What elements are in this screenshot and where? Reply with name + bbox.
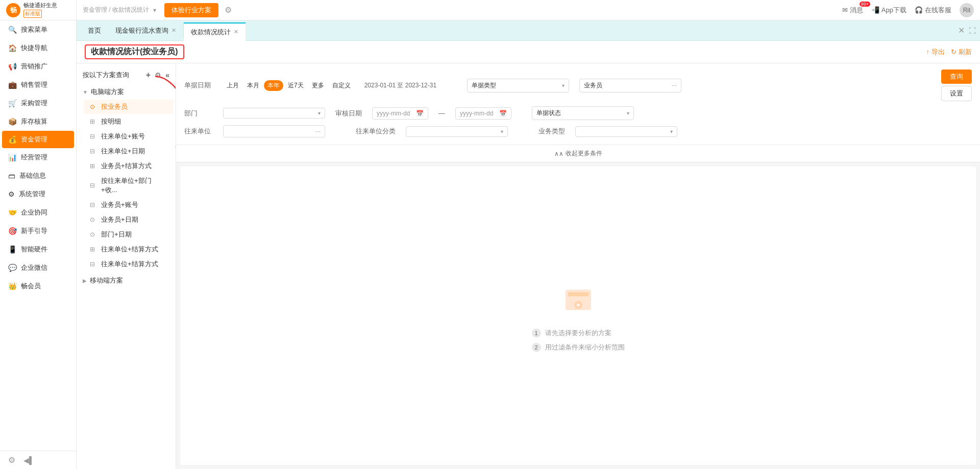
- tab-home[interactable]: 首页: [81, 22, 108, 39]
- filter-area: 单据日期 上月 本月 本年 近7天 更多 自定义 2023-01-01 至 20…: [176, 63, 980, 145]
- sidebar-item-finance[interactable]: 💰 资金管理: [2, 131, 74, 148]
- panel-header-label: 按以下方案查询: [83, 71, 129, 80]
- sidebar-item-sales[interactable]: 💼 销售管理: [0, 76, 76, 94]
- settings-btn[interactable]: 设置: [941, 86, 972, 101]
- item-label: 业务员+账号: [101, 200, 138, 209]
- counterpart-label: 往来单位: [184, 127, 213, 136]
- sidebar-item-label: 采购管理: [21, 99, 47, 108]
- tree-item-unit-acct[interactable]: ⊟ 往来单位+账号: [84, 129, 174, 144]
- export-btn[interactable]: ↑ 导出: [926, 48, 945, 57]
- close-window-btn[interactable]: ✕: [958, 26, 965, 35]
- doc-status-label: 单据状态: [536, 109, 561, 118]
- audit-date-start[interactable]: yyyy-mm-dd 📅: [372, 107, 428, 120]
- date-tab-this-month[interactable]: 本月: [243, 80, 263, 91]
- more-dots[interactable]: ···: [672, 82, 677, 89]
- tree-item-sales-acct[interactable]: ⊟ 业务员+账号: [84, 198, 174, 212]
- mobile-section-header[interactable]: ▶ 移动端方案: [77, 273, 176, 288]
- tab-receipt[interactable]: 收款情况统计 ✕: [184, 22, 246, 41]
- item-label: 往来单位+账号: [101, 132, 145, 141]
- salesperson-select[interactable]: 业务员 ···: [579, 79, 681, 92]
- sidebar-item-enterprise[interactable]: 🤝 企业协同: [0, 203, 76, 222]
- tree-item-unit-dept[interactable]: ⊟ 按往来单位+部门+收...: [84, 174, 174, 197]
- page-header: 收款情况统计(按业务员) ↑ 导出 ↻ 刷新: [77, 41, 980, 63]
- tab-bank[interactable]: 现金银行流水查询 ✕: [108, 22, 184, 39]
- audit-date-end[interactable]: yyyy-mm-dd 📅: [455, 107, 511, 120]
- tree-item-dept-date[interactable]: ⊙ 部门+日期: [84, 227, 174, 242]
- expand-icon[interactable]: ◀▌: [23, 456, 34, 464]
- filter-row-3: 往来单位 ··· 往来单位分类 ▾ 业务类型 ▾: [184, 125, 972, 137]
- trial-btn[interactable]: 体验行业方案: [164, 3, 218, 17]
- maximize-btn[interactable]: ⛶: [969, 27, 976, 35]
- sidebar-item-search[interactable]: 🔍 搜索菜单: [0, 20, 76, 39]
- panel-header: 按以下方案查询 + ⚙ «: [77, 67, 176, 83]
- sidebar-item-member[interactable]: 👑 畅会员: [0, 277, 76, 295]
- sidebar-item-guide[interactable]: 🎯 新手引导: [0, 222, 76, 240]
- desktop-section-header[interactable]: ▼ 电脑端方案: [77, 85, 176, 99]
- online-service-btn[interactable]: 🎧 在线客服: [915, 6, 951, 15]
- refresh-btn[interactable]: ↻ 刷新: [951, 48, 972, 57]
- tree-item-detail[interactable]: ⊞ 按明细: [84, 114, 174, 129]
- dept-select[interactable]: ▾: [223, 108, 325, 119]
- sidebar-item-basic[interactable]: 🗃 基础信息: [0, 167, 76, 185]
- message-icon: ✉: [842, 6, 848, 14]
- collapse-panel-btn[interactable]: «: [165, 71, 169, 79]
- sidebar-item-system[interactable]: ⚙ 系统管理: [0, 185, 76, 203]
- msg-badge: 99+: [860, 2, 870, 7]
- date-dash: —: [438, 109, 445, 117]
- logo-area: 畅 畅捷通好生意 标准版: [0, 0, 76, 20]
- biz-type-select[interactable]: ▾: [575, 126, 677, 137]
- date-tab-last-month[interactable]: 上月: [223, 80, 242, 91]
- item-label: 部门+日期: [101, 230, 132, 239]
- member-icon: 👑: [8, 282, 17, 290]
- sidebar-item-inventory[interactable]: 📦 库存核算: [0, 112, 76, 131]
- date-tab-this-year[interactable]: 本年: [264, 80, 283, 91]
- settings-bottom-icon[interactable]: ⚙: [8, 455, 15, 465]
- tree-item-salesperson[interactable]: ⊙ 按业务员: [84, 100, 174, 114]
- user-area[interactable]: Rit: [960, 3, 974, 17]
- date-tab-custom[interactable]: 自定义: [329, 80, 354, 91]
- sidebar-item-hardware[interactable]: 📱 智能硬件: [0, 240, 76, 259]
- operation-icon: 📊: [8, 153, 17, 161]
- expand-arrow: ▼: [83, 89, 88, 95]
- tree-item-unit-date[interactable]: ⊟ 往来单位+日期: [84, 144, 174, 158]
- app-download-btn[interactable]: 📲 App下载: [871, 6, 906, 15]
- sidebar-item-quick[interactable]: 🏠 快捷导航: [0, 39, 76, 57]
- sidebar-item-operation[interactable]: 📊 经营管理: [0, 148, 76, 167]
- sidebar-item-wechat[interactable]: 💬 企业微信: [0, 259, 76, 277]
- item-label: 按业务员: [101, 102, 128, 111]
- export-label: 导出: [932, 48, 945, 57]
- date-range-value: 2023-01-01 至 2023-12-31: [364, 81, 436, 90]
- empty-illustration: [558, 279, 599, 320]
- sidebar-item-marketing[interactable]: 📢 营销推广: [0, 57, 76, 76]
- query-btn[interactable]: 查询: [941, 69, 972, 84]
- doc-status-select[interactable]: 单据状态 ▾: [532, 106, 634, 120]
- collapse-bar[interactable]: ∧∧ 收起更多条件: [176, 145, 980, 162]
- counterpart-category-select[interactable]: ▾: [406, 126, 508, 137]
- more-dots-counterpart[interactable]: ···: [315, 128, 321, 135]
- item-icon: ⊞: [90, 246, 98, 253]
- settings-scheme-btn[interactable]: ⚙: [155, 71, 161, 79]
- logo-icon: 畅: [6, 3, 20, 17]
- counterpart-input[interactable]: ···: [223, 125, 325, 137]
- tab-close-receipt[interactable]: ✕: [234, 29, 238, 35]
- tree-item-sales-settlement[interactable]: ⊞ 业务员+结算方式: [84, 159, 174, 173]
- tab-close-bank[interactable]: ✕: [172, 27, 176, 34]
- item-label: 按往来单位+部门+收...: [101, 176, 167, 195]
- doc-type-select[interactable]: 单据类型 ▾: [467, 79, 569, 92]
- tree-item-unit-settle2[interactable]: ⊟ 往来单位+结算方式: [84, 257, 174, 271]
- date-tab-7days[interactable]: 近7天: [284, 80, 307, 91]
- settings-icon[interactable]: ⚙: [225, 5, 232, 15]
- step-num-2: 2: [532, 343, 541, 352]
- left-panel: 按以下方案查询 + ⚙ « ▼ 电脑端方案 ⊙ 按业务员: [77, 63, 176, 469]
- tree-item-unit-settle1[interactable]: ⊞ 往来单位+结算方式: [84, 242, 174, 256]
- date-tab-more[interactable]: 更多: [308, 80, 328, 91]
- sidebar-item-label: 企业协同: [21, 208, 47, 217]
- tree-item-sales-date[interactable]: ⊙ 业务员+日期: [84, 213, 174, 227]
- add-scheme-btn[interactable]: +: [146, 71, 151, 80]
- item-icon: ⊟: [90, 133, 98, 140]
- basic-icon: 🗃: [8, 172, 15, 180]
- messages-btn[interactable]: ✉ 消息 99+: [842, 6, 863, 15]
- top-header-left: 资金管理 / 收款情况统计 ▾ 体验行业方案 ⚙: [83, 3, 842, 17]
- sidebar-item-purchase[interactable]: 🛒 采购管理: [0, 94, 76, 112]
- dropdown-icon[interactable]: ▾: [153, 7, 156, 14]
